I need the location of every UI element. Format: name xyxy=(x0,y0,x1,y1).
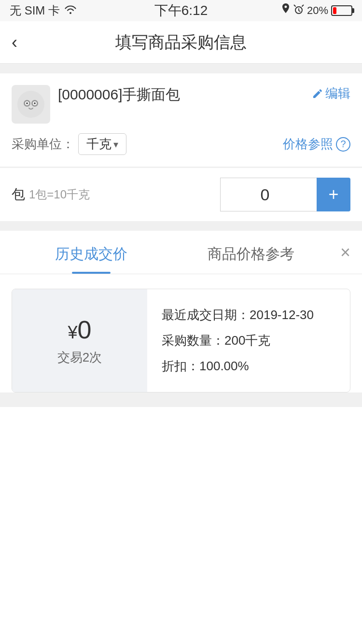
status-time: 下午6:12 xyxy=(154,1,208,20)
history-qty-row: 采购数量：200千克 xyxy=(162,332,335,349)
tab-history-price[interactable]: 历史成交价 xyxy=(12,231,171,274)
quantity-input-block: + xyxy=(220,178,350,211)
svg-point-7 xyxy=(34,102,36,104)
unit-value: 千克 xyxy=(86,136,111,153)
quantity-unit: 包 xyxy=(12,185,25,204)
price-ref-label: 价格参照 xyxy=(283,136,333,153)
battery-percent: 20% xyxy=(307,4,328,17)
svg-point-1 xyxy=(17,91,44,118)
status-bar: 无 SIM 卡 下午6:12 20% xyxy=(0,0,362,21)
svg-point-6 xyxy=(26,102,28,104)
plus-icon: + xyxy=(328,184,338,205)
edit-button[interactable]: 编辑 xyxy=(312,85,350,102)
price-ref-help-icon: ? xyxy=(336,137,350,152)
history-card: ¥0 交易2次 最近成交日期：2019-12-30 采购数量：200千克 折扣：… xyxy=(12,289,350,392)
quantity-section: 包 1包=10千克 + xyxy=(0,168,362,221)
product-full-name: [0000006]手撕面包 xyxy=(58,86,180,102)
history-price-summary: ¥0 交易2次 xyxy=(12,289,147,392)
price-reference-button[interactable]: 价格参照 ? xyxy=(283,136,350,153)
quantity-input[interactable] xyxy=(220,178,317,211)
history-date-row: 最近成交日期：2019-12-30 xyxy=(162,307,335,323)
nav-bar: ‹ 填写商品采购信息 xyxy=(0,21,362,64)
panel-close-button[interactable]: × xyxy=(331,233,350,272)
unit-label: 采购单位： xyxy=(12,136,74,153)
location-icon xyxy=(281,3,291,18)
status-left: 无 SIM 卡 xyxy=(10,3,77,18)
tab-product-price-ref[interactable]: 商品价格参考 xyxy=(171,231,330,274)
currency-symbol: ¥ xyxy=(68,322,78,342)
page-fill xyxy=(0,407,362,644)
history-price-value: ¥0 xyxy=(68,315,92,344)
back-button[interactable]: ‹ xyxy=(12,32,17,53)
tab-price-ref-label: 商品价格参考 xyxy=(208,246,294,262)
section-divider xyxy=(0,221,362,231)
product-info xyxy=(12,85,50,124)
alarm-icon xyxy=(293,4,304,17)
status-right: 20% xyxy=(281,3,352,18)
bottom-panel: 历史成交价 商品价格参考 × ¥0 交易2次 最近成交日期：2019-12-30… xyxy=(0,231,362,392)
chevron-down-icon: ▾ xyxy=(113,139,118,150)
carrier-text: 无 SIM 卡 xyxy=(10,3,60,18)
quantity-labels: 包 1包=10千克 xyxy=(12,185,90,204)
quantity-plus-button[interactable]: + xyxy=(317,178,350,211)
battery-icon xyxy=(331,5,352,16)
price-number: 0 xyxy=(78,316,92,344)
product-card: [0000006]手撕面包 编辑 采购单位： 千克 ▾ 价格参照 ? xyxy=(0,73,362,167)
page-title: 填写商品采购信息 xyxy=(115,31,247,54)
tab-history-label: 历史成交价 xyxy=(55,246,127,262)
wifi-icon xyxy=(64,4,77,17)
product-thumbnail xyxy=(12,85,50,124)
edit-label: 编辑 xyxy=(325,85,350,102)
history-trades: 交易2次 xyxy=(57,349,102,366)
unit-select[interactable]: 千克 ▾ xyxy=(78,133,126,155)
quantity-conversion: 1包=10千克 xyxy=(29,187,90,202)
history-discount-row: 折扣：100.00% xyxy=(162,358,335,375)
history-details: 最近成交日期：2019-12-30 采购数量：200千克 折扣：100.00% xyxy=(147,289,350,392)
tabs-row: 历史成交价 商品价格参考 × xyxy=(0,231,362,274)
